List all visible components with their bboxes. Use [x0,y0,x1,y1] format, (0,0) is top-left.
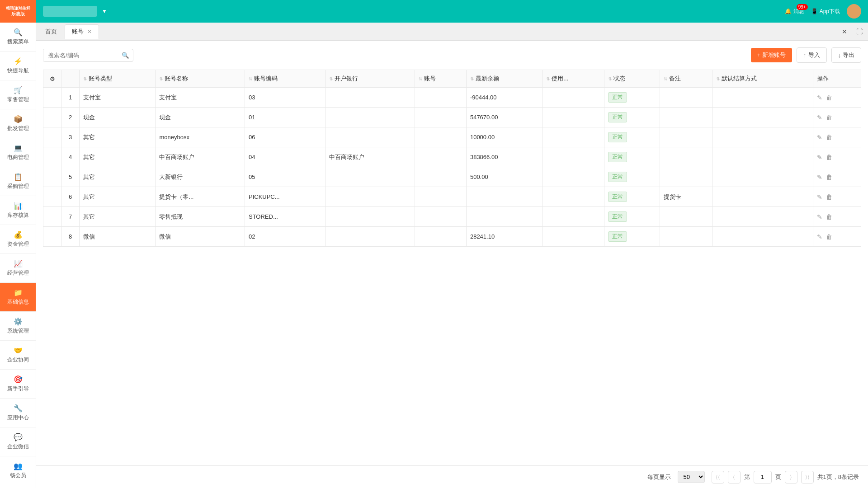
cell-account [415,207,466,227]
delete-icon[interactable]: 🗑 [826,213,832,221]
app-download-button[interactable]: 📱 App下载 [811,8,840,15]
maximize-window-button[interactable]: ⛶ [853,25,866,38]
col-header-name[interactable]: ⇅账号名称 [156,70,245,88]
edit-icon[interactable]: ✎ [817,174,822,181]
cell-account [415,127,466,147]
page-number-input[interactable] [754,471,772,483]
delete-icon[interactable]: 🗑 [826,233,832,240]
edit-icon[interactable]: ✎ [817,134,822,141]
delete-icon[interactable]: 🗑 [826,114,832,121]
tab-accounts[interactable]: 账号✕ [65,24,99,39]
sidebar-item-ecommerce[interactable]: 💻电商管理 [0,138,36,167]
cell-usage [542,187,604,207]
sidebar-icon-ecommerce: 💻 [14,144,23,152]
last-page-button[interactable]: ⟩⟩ [801,471,814,483]
col-header-code[interactable]: ⇅账号编码 [245,70,325,88]
cell-usage [542,108,604,127]
page-suffix-label: 页 [775,473,781,481]
message-button[interactable]: 🔔 消息 99+ [785,8,804,15]
delete-icon[interactable]: 🗑 [826,193,832,201]
sidebar-item-search[interactable]: 🔍搜索菜单 [0,23,36,52]
edit-icon[interactable]: ✎ [817,213,822,221]
cell-type: 其它 [80,147,156,167]
sidebar-icon-search: 🔍 [14,28,23,37]
status-badge: 正常 [608,112,627,122]
per-page-label: 每页显示 [647,473,671,481]
sidebar-item-purchase[interactable]: 📋采购管理 [0,167,36,196]
prev-page-button[interactable]: ⟨ [728,471,741,483]
sidebar-item-guide[interactable]: 🎯新手引导 [0,370,36,399]
col-header-account[interactable]: ⇅账号 [415,70,466,88]
cell-bank [326,207,415,227]
cell-type: 其它 [80,187,156,207]
tab-close-accounts[interactable]: ✕ [87,28,92,35]
delete-icon[interactable]: 🗑 [826,134,832,141]
settings-icon[interactable]: ⚙ [50,75,55,82]
cell-balance: -90444.00 [466,88,542,108]
edit-icon[interactable]: ✎ [817,114,822,121]
first-page-button[interactable]: ⟨⟨ [712,471,724,483]
sidebar-item-appstore[interactable]: 🔧应用中心 [0,399,36,427]
search-input[interactable] [43,49,118,61]
user-avatar[interactable] [847,4,861,19]
nav-dropdown[interactable]: ▼ [102,8,107,14]
search-button[interactable]: 🔍 [118,49,133,61]
sidebar-item-system[interactable]: ⚙️系统管理 [0,312,36,341]
sidebar-icon-purchase: 📋 [14,173,23,181]
close-window-button[interactable]: ✕ [838,25,851,38]
col-header-balance[interactable]: ⇅最新余额 [466,70,542,88]
edit-icon[interactable]: ✎ [817,94,822,101]
edit-icon[interactable]: ✎ [817,154,822,161]
edit-icon[interactable]: ✎ [817,193,822,201]
app-logo: 粗话递对生鲜 乐惠版 [0,0,36,23]
col-header-status[interactable]: ⇅状态 [604,70,660,88]
sidebar-icon-wechat: 💬 [14,433,23,441]
tab-home[interactable]: 首页 [38,24,64,39]
col-header-remark[interactable]: ⇅备注 [660,70,712,88]
cell-type: 其它 [80,207,156,227]
sidebar-item-operations[interactable]: 📈经营管理 [0,254,36,283]
col-header-type[interactable]: ⇅账号类型 [80,70,156,88]
cell-index: 4 [61,147,80,167]
table-row: 6其它提货卡（零...PICKUPC...正常提货卡 ✎ 🗑 [43,187,861,207]
sidebar-item-finance[interactable]: 💰资金管理 [0,225,36,254]
logo-text: 粗话递对生鲜 乐惠版 [6,6,30,17]
sidebar-label-appstore: 应用中心 [7,414,29,422]
cell-bank [326,88,415,108]
search-box: 🔍 [43,49,133,62]
top-search-input[interactable] [43,6,97,17]
sidebar-label-wholesale: 批发管理 [7,125,29,132]
sidebar-item-basic[interactable]: 📁基础信息 [0,283,36,312]
sidebar-label-member: 畅会员 [10,472,26,479]
sidebar-item-shortcut[interactable]: ⚡快捷导航 [0,52,36,80]
message-badge: 99+ [797,4,808,10]
add-account-button[interactable]: + 新增账号 [751,48,792,62]
import-icon: ↑ [803,52,807,59]
sidebar-item-wholesale[interactable]: 📦批发管理 [0,109,36,138]
cell-balance: 547670.00 [466,108,542,127]
delete-icon[interactable]: 🗑 [826,154,832,161]
col-header-bank[interactable]: ⇅开户银行 [326,70,415,88]
cell-code: STORED... [245,207,325,227]
cell-action: ✎ 🗑 [813,187,861,207]
sidebar-item-wechat[interactable]: 💬企业微信 [0,427,36,456]
per-page-select[interactable]: 50 100 200 [678,471,705,483]
cell-usage [542,127,604,147]
sidebar-item-inventory[interactable]: 📊库存核算 [0,196,36,225]
sidebar-item-retail[interactable]: 🛒零售管理 [0,80,36,109]
cell-bank: 中百商场账户 [326,147,415,167]
cell-index: 6 [61,187,80,207]
delete-icon[interactable]: 🗑 [826,94,832,101]
cell-status: 正常 [604,227,660,247]
sidebar-item-cooperation[interactable]: 🤝企业协同 [0,341,36,370]
export-button[interactable]: ↓ 导出 [831,47,862,63]
sidebar-item-member[interactable]: 👥畅会员 [0,456,36,485]
col-header-usage[interactable]: ⇅使用... [542,70,604,88]
edit-icon[interactable]: ✎ [817,233,822,240]
import-button[interactable]: ↑ 导入 [797,47,827,63]
sidebar-label-guide: 新手引导 [7,385,29,393]
cell-remark [660,227,712,247]
col-header-default_payment[interactable]: ⇅默认结算方式 [712,70,813,88]
delete-icon[interactable]: 🗑 [826,174,832,181]
next-page-button[interactable]: ⟩ [785,471,797,483]
